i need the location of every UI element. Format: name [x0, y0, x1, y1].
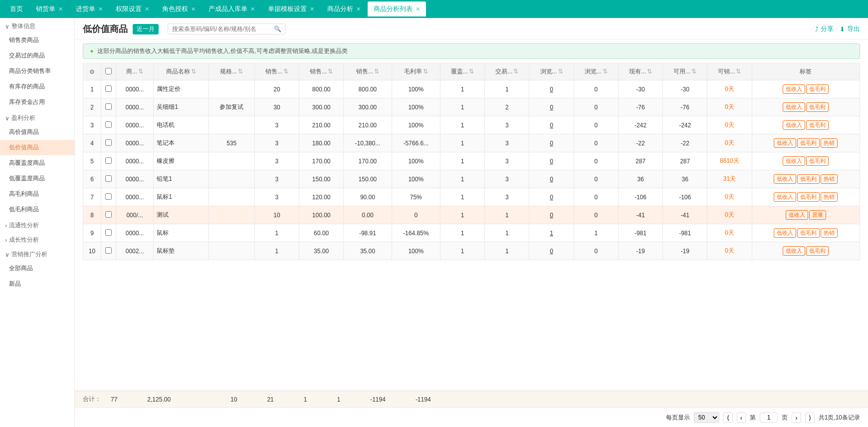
nav-product-analysis-close[interactable]: ✕	[356, 6, 361, 12]
sidebar-item-low-margin[interactable]: 低毛利商品	[0, 202, 74, 217]
select-all-checkbox[interactable]	[105, 68, 112, 74]
row-checkbox[interactable]	[101, 152, 116, 170]
sidebar-item-high-coverage[interactable]: 高覆盖度商品	[0, 155, 74, 171]
nav-template-close[interactable]: ✕	[310, 6, 314, 12]
nav-roles[interactable]: 角色授权 ✕	[156, 1, 202, 16]
per-page-select[interactable]: 50 100 200	[694, 412, 719, 423]
next-page-button[interactable]: ›	[792, 413, 801, 423]
nav-purchase-order-close[interactable]: ✕	[98, 6, 103, 12]
row-checkbox[interactable]	[101, 170, 116, 188]
last-page-button[interactable]: ⟩	[805, 413, 815, 423]
browse1-link[interactable]: 0	[550, 194, 553, 201]
row-checkbox[interactable]	[101, 116, 116, 134]
nav-product-analysis[interactable]: 商品分析 ✕	[321, 1, 367, 16]
share-button[interactable]: ⤴ 分享	[815, 24, 834, 33]
sidebar-group-profit: ∨ 盈利分析	[0, 110, 74, 124]
sidebar-item-traded-products[interactable]: 交易过的商品	[0, 48, 74, 63]
sidebar-item-new-products[interactable]: 新品	[0, 276, 74, 292]
first-page-button[interactable]: ⟨	[723, 413, 733, 423]
row-browse1[interactable]: 1	[529, 224, 574, 242]
row-browse1[interactable]: 0	[529, 206, 574, 224]
sidebar-item-inventory-capital[interactable]: 库存资金占用	[0, 94, 74, 110]
row-select[interactable]	[105, 103, 112, 110]
row-checkbox[interactable]	[101, 98, 116, 116]
row-select[interactable]	[105, 157, 112, 164]
page-number-input[interactable]	[760, 413, 778, 423]
row-checkbox[interactable]	[101, 224, 116, 242]
row-browse1[interactable]: 0	[529, 80, 574, 98]
row-browse1[interactable]: 0	[529, 170, 574, 188]
sidebar-group-flow[interactable]: › 流通性分析	[0, 217, 74, 232]
nav-home[interactable]: 首页	[4, 1, 29, 16]
nav-product-analysis-list-close[interactable]: ✕	[416, 6, 420, 12]
row-browse1[interactable]: 0	[529, 134, 574, 152]
th-checkbox[interactable]	[101, 63, 116, 80]
sidebar-group-growth[interactable]: › 成长性分析	[0, 232, 74, 246]
sidebar-item-high-value[interactable]: 高价值商品	[0, 124, 74, 140]
row-select[interactable]	[105, 211, 112, 218]
row-browse1[interactable]: 0	[529, 242, 574, 260]
browse1-link[interactable]: 0	[550, 104, 553, 111]
nav-sales-order-close[interactable]: ✕	[58, 6, 63, 12]
row-browse1[interactable]: 0	[529, 98, 574, 116]
browse1-link[interactable]: 0	[550, 86, 553, 93]
row-checkbox[interactable]	[101, 206, 116, 224]
browse1-link[interactable]: 0	[550, 248, 553, 255]
row-select[interactable]	[105, 121, 112, 128]
row-checkbox[interactable]	[101, 242, 116, 260]
browse1-link[interactable]: 1	[550, 230, 553, 237]
prev-page-button[interactable]: ‹	[737, 413, 746, 423]
nav-roles-close[interactable]: ✕	[191, 6, 196, 12]
sidebar-item-low-coverage[interactable]: 低覆盖度商品	[0, 171, 74, 186]
nav-purchase-order[interactable]: 进货单 ✕	[70, 1, 109, 16]
sidebar-item-stocked-products[interactable]: 有库存的商品	[0, 79, 74, 94]
row-browse1[interactable]: 0	[529, 152, 574, 170]
sidebar-item-low-value[interactable]: 低价值商品	[0, 140, 74, 155]
th-code: 商...⇅	[116, 63, 154, 80]
browse1-link[interactable]: 0	[550, 122, 553, 129]
row-browse1[interactable]: 0	[529, 188, 574, 206]
row-browse1[interactable]: 0	[529, 116, 574, 134]
row-col2: 150.00	[299, 170, 344, 188]
row-spec	[209, 224, 254, 242]
tag-badge: 低收入	[783, 246, 805, 256]
nav-product-analysis-list[interactable]: 商品分析列表 ✕	[368, 1, 426, 16]
recent-tag[interactable]: 近一月	[133, 24, 159, 34]
row-tags: 低收入低毛利热销	[752, 224, 860, 242]
browse1-link[interactable]: 0	[550, 176, 553, 183]
nav-sales-order[interactable]: 销货单 ✕	[30, 1, 69, 16]
row-checkbox[interactable]	[101, 80, 116, 98]
row-checkbox[interactable]	[101, 134, 116, 152]
search-box[interactable]: 🔍	[168, 23, 286, 34]
row-select[interactable]	[105, 229, 112, 236]
row-select[interactable]	[105, 175, 112, 182]
sidebar-item-all-products[interactable]: 全部商品	[0, 261, 74, 276]
row-select[interactable]	[105, 193, 112, 200]
tag-badge: 置重	[809, 210, 826, 220]
sidebar-item-category-sales[interactable]: 商品分类销售率	[0, 63, 74, 79]
row-days: 0天	[707, 134, 752, 152]
nav-permissions-close[interactable]: ✕	[145, 6, 149, 12]
nav-warehouse[interactable]: 产成品入库单 ✕	[203, 1, 261, 16]
nav-warehouse-close[interactable]: ✕	[250, 6, 255, 12]
browse1-link[interactable]: 0	[550, 140, 553, 147]
row-select[interactable]	[105, 139, 112, 146]
export-button[interactable]: ⬇ 导出	[840, 24, 860, 33]
row-select[interactable]	[105, 85, 112, 92]
row-checkbox[interactable]	[101, 188, 116, 206]
row-col1: 3	[254, 188, 299, 206]
browse1-link[interactable]: 0	[550, 212, 553, 219]
table-row: 4 0000... 笔记本 535 3 180.00 -10,380... -5…	[83, 134, 860, 152]
search-input[interactable]	[172, 25, 272, 32]
sidebar-item-high-margin[interactable]: 高毛利商品	[0, 186, 74, 202]
th-gear[interactable]: ⚙	[83, 63, 101, 80]
row-select[interactable]	[105, 247, 112, 254]
search-icon[interactable]: 🔍	[274, 25, 281, 32]
sidebar-item-sales-products[interactable]: 销售类商品	[0, 32, 74, 48]
chevron-right-icon-2: ›	[5, 237, 7, 244]
nav-template[interactable]: 单据模板设置 ✕	[262, 1, 320, 16]
table-container[interactable]: ⚙ 商...⇅ 商品名称⇅ 规格...⇅ 销售...⇅ 销售...⇅ 销售...…	[75, 63, 868, 391]
nav-permissions[interactable]: 权限设置 ✕	[110, 1, 155, 16]
browse1-link[interactable]: 0	[550, 158, 553, 165]
gear-icon[interactable]: ⚙	[89, 68, 95, 75]
